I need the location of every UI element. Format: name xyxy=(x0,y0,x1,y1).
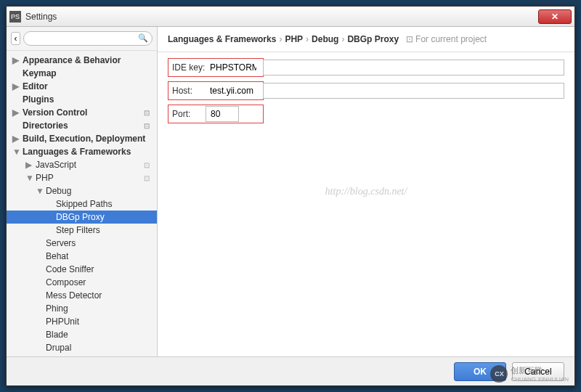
tree-arrow-icon: ▼ xyxy=(36,186,43,196)
tree-item[interactable]: ▶Editor xyxy=(7,80,157,93)
ide-key-input[interactable] xyxy=(263,60,564,75)
sidebar: ‹ 🔍 ▶Appearance & BehaviorKeymap▶EditorP… xyxy=(7,27,158,356)
tree-item[interactable]: DBGp Proxy xyxy=(7,211,157,224)
tree-item-label: Directories xyxy=(23,121,68,131)
tree-item-label: Mess Detector xyxy=(46,290,102,301)
tree-arrow-icon: ▶ xyxy=(25,160,33,170)
tree-item[interactable]: ▶Build, Execution, Deployment xyxy=(7,132,157,145)
tree-item[interactable]: Step Filters xyxy=(7,224,157,237)
app-icon: PS xyxy=(9,11,21,23)
project-scope-icon: ⊡ xyxy=(144,122,150,130)
ide-key-row: IDE key: xyxy=(168,58,564,77)
back-button[interactable]: ‹ xyxy=(11,32,20,45)
tree-item[interactable]: Code Sniffer xyxy=(7,263,157,276)
port-input[interactable] xyxy=(206,106,239,122)
project-scope-icon: ⊡ xyxy=(144,109,150,117)
main-panel: Languages & Frameworks › PHP › Debug › D… xyxy=(158,27,574,356)
tree-item-label: Keymap xyxy=(23,68,57,78)
tree-item[interactable]: Composer xyxy=(7,276,157,289)
tree-item[interactable]: Phing xyxy=(7,302,157,315)
tree-item-label: Step Filters xyxy=(56,225,100,235)
port-label: Port: xyxy=(169,109,206,119)
tree-item[interactable]: Skipped Paths xyxy=(7,197,157,211)
dialog-footer: OK Cancel xyxy=(7,356,574,385)
tree-item[interactable]: ▼Languages & Frameworks xyxy=(7,145,157,158)
tree-item-label: PHPUnit xyxy=(46,317,79,327)
breadcrumb-part: DBGp Proxy xyxy=(347,34,399,44)
tree-item[interactable]: Plugins xyxy=(7,93,157,106)
tree-arrow-icon: ▶ xyxy=(12,134,20,144)
tree-item-label: Blade xyxy=(46,330,68,340)
watermark-text: http://blog.csdn.net/ xyxy=(325,186,407,197)
highlight-box: IDE key: xyxy=(168,58,264,77)
publisher-brand: 创新互联 xyxy=(511,366,543,375)
tree-item[interactable]: PHPUnit xyxy=(7,315,157,328)
search-icon: 🔍 xyxy=(138,33,148,43)
tree-item-label: Behat xyxy=(46,251,68,261)
tree-item-label: Version Control xyxy=(23,107,87,118)
tree-item-label: Servers xyxy=(46,238,76,248)
host-row: Host: xyxy=(168,81,564,100)
tree-item[interactable]: Google App Engine for PHP xyxy=(7,354,157,356)
host-label: Host: xyxy=(169,86,206,96)
tree-item[interactable]: Directories⊡ xyxy=(7,119,157,132)
settings-tree[interactable]: ▶Appearance & BehaviorKeymap▶EditorPlugi… xyxy=(7,51,157,356)
chevron-right-icon: › xyxy=(306,34,309,44)
host-input-left[interactable] xyxy=(206,83,261,99)
publisher-sub: CHUANG XINHULIAN xyxy=(511,376,569,383)
breadcrumb-scope: ⊡ For current project xyxy=(406,34,487,44)
ide-key-label: IDE key: xyxy=(169,62,206,73)
tree-item[interactable]: Blade xyxy=(7,328,157,341)
project-scope-icon: ⊡ xyxy=(144,161,150,169)
tree-item[interactable]: ▶JavaScript⊡ xyxy=(7,158,157,171)
ide-key-input-left[interactable] xyxy=(206,60,261,75)
tree-item[interactable]: ▶Appearance & Behavior xyxy=(7,54,157,67)
search-bar: ‹ 🔍 xyxy=(7,27,157,51)
publisher-logo-icon: CX xyxy=(490,365,508,383)
tree-item-label: PHP xyxy=(36,173,54,183)
tree-item-label: Editor xyxy=(23,81,48,91)
tree-item-label: Build, Execution, Deployment xyxy=(23,134,145,144)
breadcrumb-scope-label: For current project xyxy=(415,34,487,44)
breadcrumb: Languages & Frameworks › PHP › Debug › D… xyxy=(158,27,574,52)
project-scope-icon: ⊡ xyxy=(144,174,150,182)
tree-item[interactable]: ▼PHP⊡ xyxy=(7,171,157,184)
tree-item-label: Plugins xyxy=(23,94,54,105)
titlebar: PS Settings ✕ xyxy=(7,7,574,27)
project-scope-icon: ⊡ xyxy=(406,34,413,44)
search-wrap: 🔍 xyxy=(23,31,153,46)
tree-item[interactable]: Drupal xyxy=(7,341,157,354)
settings-window: PS Settings ✕ ‹ 🔍 ▶Appearance & Behavior… xyxy=(6,6,575,386)
chevron-right-icon: › xyxy=(279,34,282,44)
tree-arrow-icon: ▶ xyxy=(12,55,20,65)
highlight-box: Port: xyxy=(168,105,264,123)
tree-arrow-icon: ▶ xyxy=(12,81,20,91)
publisher-text: 创新互联 CHUANG XINHULIAN xyxy=(511,365,569,383)
tree-item-label: JavaScript xyxy=(36,160,76,170)
tree-item[interactable]: Servers xyxy=(7,237,157,250)
tree-item[interactable]: ▶Version Control⊡ xyxy=(7,106,157,119)
breadcrumb-part: Languages & Frameworks xyxy=(168,34,276,44)
tree-item-label: Code Sniffer xyxy=(46,264,94,274)
tree-item-label: Debug xyxy=(46,186,71,196)
tree-arrow-icon: ▼ xyxy=(12,147,20,157)
highlight-box: Host: xyxy=(168,81,264,100)
search-input[interactable] xyxy=(23,31,153,46)
tree-item-label: Languages & Frameworks xyxy=(23,147,131,157)
breadcrumb-part: Debug xyxy=(312,34,338,44)
publisher-watermark: CX 创新互联 CHUANG XINHULIAN xyxy=(490,365,569,383)
tree-item-label: Skipped Paths xyxy=(56,199,112,209)
dialog-body: ‹ 🔍 ▶Appearance & BehaviorKeymap▶EditorP… xyxy=(7,27,574,356)
port-row: Port: xyxy=(168,105,564,123)
tree-item-label: DBGp Proxy xyxy=(56,212,105,222)
tree-item[interactable]: Behat xyxy=(7,250,157,263)
chevron-right-icon: › xyxy=(341,34,344,44)
tree-item[interactable]: Keymap xyxy=(7,67,157,80)
tree-item-label: Composer xyxy=(46,277,86,287)
tree-item-label: Google App Engine for PHP xyxy=(46,356,154,356)
tree-item[interactable]: Mess Detector xyxy=(7,289,157,302)
host-input[interactable] xyxy=(263,83,564,99)
window-title: Settings xyxy=(25,12,538,22)
tree-item[interactable]: ▼Debug xyxy=(7,184,157,197)
close-icon[interactable]: ✕ xyxy=(538,9,572,24)
